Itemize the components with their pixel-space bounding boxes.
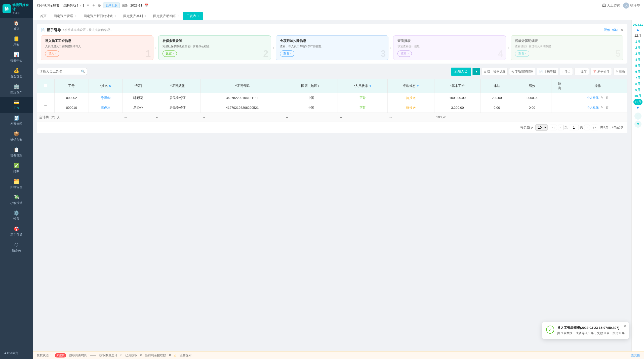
sidebar-item-expense[interactable]: 💸小畅报销 [0,192,33,208]
account-dropdown-icon[interactable]: ▼ [86,4,90,7]
tab-close-icon[interactable]: × [198,14,199,18]
nav-icon-member: ⬡ [14,242,18,247]
prev-page-button[interactable]: ‹ [558,125,564,130]
account-settings-icon[interactable]: ⚙ [98,3,101,8]
sidebar-item-payroll[interactable]: 💳工资 [0,97,33,113]
calendar-month-1月[interactable]: 1月 [633,39,642,45]
step-btn-5[interactable]: 查看 › [515,50,529,57]
upload-icon[interactable]: ↑ [634,113,641,120]
select-all-checkbox[interactable] [44,84,47,87]
row-select[interactable] [44,106,47,109]
step-btn-4[interactable]: 查看 › [397,50,412,57]
first-page-button[interactable]: ⊲ [550,125,557,130]
cancel-fixed-button[interactable]: ◀ 取消固定 [3,350,30,356]
toolbar-action-tax-report[interactable]: 📄个税申报 [537,68,558,75]
calendar-month-6月[interactable]: 6月 [633,69,642,75]
calendar-month-4月[interactable]: 4月 [633,57,642,63]
sidebar-item-tax[interactable]: 📋税务管理 [0,144,33,160]
guide-close-icon[interactable]: ✕ [620,28,623,32]
tab-close-icon[interactable]: × [178,14,179,18]
recharge-link[interactable]: 去充值 [631,353,640,357]
row-select[interactable] [44,96,47,99]
toolbar-action-special-deduction[interactable]: ◎专项附加扣除 [509,68,535,75]
tab-close-icon[interactable]: × [75,14,76,18]
sidebar-item-settings[interactable]: ⚙️设置 [0,208,33,224]
sidebar-item-member[interactable]: ⬡畅会员 [0,239,33,255]
total-base-salary: 103,20 [434,113,481,122]
sidebar-item-invoice[interactable]: 🧾发票管理 [0,113,33,129]
tab-close-icon[interactable]: × [144,14,146,18]
calendar-month-11月[interactable]: 11月 [633,99,642,105]
add-employee-dropdown[interactable]: ▼ [472,68,480,75]
calendar-icon[interactable]: 📅 [144,4,148,7]
page-size-select[interactable]: 10 20 50 [535,124,548,131]
tab-固定资产类别[interactable]: 固定资产类别× [120,12,149,20]
th-report-status: 报送状态 ▼ [387,79,434,93]
toolbar-action-export[interactable]: ↑导出 [560,68,573,75]
add-employee-button[interactable]: 添加人员 [451,68,471,76]
tab-close-icon[interactable]: × [114,14,116,18]
calendar-down-nav[interactable]: ▼ [635,105,640,111]
action-delete-icon[interactable]: 🗑 [606,106,609,109]
sidebar-item-guide[interactable]: 🎯新手引导 [0,224,33,239]
tab-固定资产明细账[interactable]: 固定资产明细账× [150,12,183,20]
action-edit-icon[interactable]: ✎ [601,96,603,99]
step-btn-1[interactable]: 导入 › [45,50,59,57]
page-label: 第 [565,125,568,130]
next-page-button[interactable]: › [584,125,590,130]
sidebar-item-reports[interactable]: 📊报表中心 [0,49,33,65]
sidebar-item-settlement[interactable]: ✅结账 [0,160,33,176]
add-account-icon[interactable]: ＋ [92,3,96,8]
calendar-month-10月[interactable]: 10月 [633,93,642,99]
help-link[interactable]: 帮助 [612,28,618,32]
action-social-insurance-link[interactable]: 个人社保 [587,96,599,99]
search-icon[interactable]: 🔍 [81,70,85,73]
nav-label-ledger: 总账 [13,43,19,47]
toolbar-action-social-insurance[interactable]: ⊕统一社保设置 [481,68,508,75]
calendar-up-nav[interactable]: ▲ [635,27,640,33]
step-btn-2[interactable]: 设置 › [163,50,177,57]
calendar-month-9月[interactable]: 9月 [633,87,642,93]
switch-version-button[interactable]: 切到旧版 [103,3,120,8]
sidebar-item-home[interactable]: 🏠首页 [0,18,33,34]
employee-name-link[interactable]: 徐泽华 [101,96,110,100]
tab-固定资产管理[interactable]: 固定资产管理× [50,12,80,20]
settings-panel-icon[interactable]: ⚙ [634,121,641,128]
sidebar-item-archive[interactable]: 🗂️归档管理 [0,176,33,192]
sidebar-item-fixed[interactable]: 🏢固定资产 [0,81,33,97]
step-num-2: 2 [263,49,268,58]
calendar-month-8月[interactable]: 8月 [633,81,642,87]
action-social-insurance-link[interactable]: 个人社保 [587,106,599,109]
action-edit-icon[interactable]: ✎ [601,106,603,109]
user-menu[interactable]: 人 徐泽华 [623,3,640,9]
employee-name-link[interactable]: 李俊杰 [101,106,110,110]
calendar-month-3月[interactable]: 3月 [633,51,642,57]
cell-allowance: 200.00 [481,93,513,103]
calendar-month-12月[interactable]: 12月 [633,33,642,39]
new-guide-icon: ❓ [593,70,596,73]
tab-工资表[interactable]: 工资表× [183,12,203,20]
consult-button[interactable]: 🎧 人工咨询 [602,3,620,8]
search-input[interactable] [37,68,87,75]
tab-固定资产折旧统计表[interactable]: 固定资产折旧统计表× [80,12,119,20]
toolbar-action-more-ops[interactable]: ⋯操作 [574,68,589,75]
content-area: 📄 新手引导 5步快速完成设置，快去完善信息吧～ 视频 帮助 ✕ 导入员工工资信… [33,20,644,351]
new-guide-label: 新手引导 [597,69,610,74]
calendar-month-5月[interactable]: 5月 [633,63,642,69]
calendar-month-2月[interactable]: 2月 [633,45,642,51]
sidebar-item-ledger[interactable]: 📒总账 [0,34,33,49]
action-delete-icon[interactable]: 🗑 [606,96,609,99]
last-page-button[interactable]: ⊳ [591,125,598,130]
th-status: *人员状态 ▼ [338,79,387,93]
toolbar-action-new-guide[interactable]: ❓新手引导 [590,68,612,75]
calendar-month-7月[interactable]: 7月 [633,75,642,81]
nav-icon-tax: 📋 [14,147,19,152]
sidebar-item-funds[interactable]: 💰资金管理 [0,65,33,81]
tab-首页[interactable]: 首页 [37,12,50,20]
toolbar-action-refresh[interactable]: ↻刷新 [613,68,627,75]
step-btn-3[interactable]: 查看 › [280,50,294,57]
page-input[interactable] [569,125,579,130]
video-link[interactable]: 视频 [604,28,610,32]
sidebar-item-inventory[interactable]: 📦进销台账 [0,129,33,144]
toast-close-icon[interactable]: ✕ [623,324,626,328]
